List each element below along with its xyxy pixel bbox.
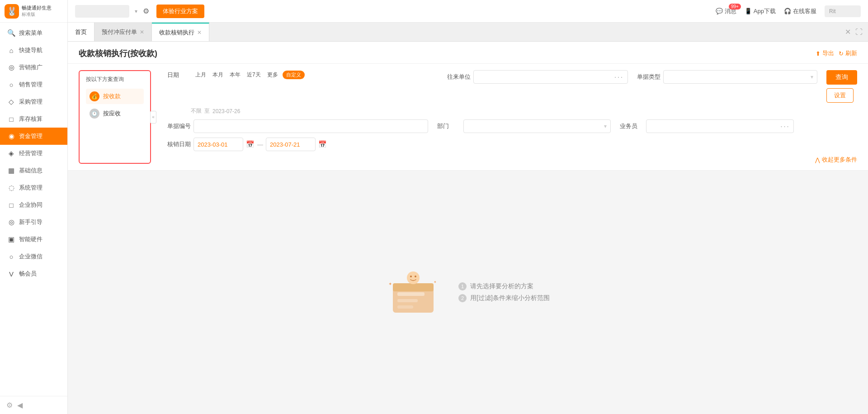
filter-option-by-receivable[interactable]: 🕐 按应收 [86,106,144,121]
sidebar-item-label: 新手引导 [19,218,42,226]
settings-button[interactable]: 设置 [826,88,854,103]
message-button[interactable]: 💬 消息 99+ [716,7,736,15]
sidebar-item-enterprise[interactable]: □ 企业协同 [0,196,67,214]
verify-date-to-cal-icon[interactable]: 📅 [318,140,327,148]
dept-select[interactable]: ▾ [463,119,611,133]
svg-rect-2 [397,292,425,296]
date-label: 日期 [167,71,191,79]
doctype-select[interactable]: ▾ [663,70,817,84]
search-icon: 🔍 [7,29,15,37]
logo-text-block: 畅捷通好生意 标准版 [22,5,52,17]
sidebar-item-search[interactable]: 🔍 搜索菜单 [0,24,67,42]
svg-rect-3 [397,299,418,302]
empty-tip-2: 2 用[过滤]条件来缩小分析范围 [458,294,550,302]
basics-icon: ▦ [7,167,15,175]
empty-tips: 1 请先选择要分析的方案 2 用[过滤]条件来缩小分析范围 [458,282,550,302]
sidebar-item-system[interactable]: ◌ 系统管理 [0,179,67,196]
by-receivable-icon: 🕐 [90,109,99,119]
collapse-more-icon: ⋀ [815,157,820,163]
tabbar-right: ✕ ⛶ [840,23,868,41]
purchase-icon: ◇ [7,98,15,106]
tab-prepay-offset[interactable]: 预付冲应付单 ✕ [94,23,152,41]
tab-home[interactable]: 首页 [68,23,94,41]
industry-solution-button[interactable]: 体验行业方案 [156,5,204,18]
date-btn-this-month[interactable]: 本月 [211,70,225,80]
filter-docno-row: 单据编号 [167,119,428,133]
sidebar-item-label: 销售管理 [19,81,42,89]
collapse-filter-left-button[interactable]: « [150,111,156,124]
tab-maximize-icon[interactable]: ⛶ [855,28,863,36]
docno-label: 单据编号 [167,122,191,130]
hardware-icon: ▣ [7,235,15,243]
brand-chevron-icon[interactable]: ▾ [135,8,137,14]
sidebar-item-finance[interactable]: ◉ 资金管理 [0,128,67,145]
logo-icon: 🐰 [5,4,19,19]
export-label: 导出 [822,49,834,57]
sidebar-item-hardware[interactable]: ▣ 智能硬件 [0,231,67,248]
tab-receipt-close-icon[interactable]: ✕ [197,29,202,36]
refresh-button[interactable]: ↻ 刷新 [839,49,857,57]
export-button[interactable]: ⬆ 导出 [816,49,834,57]
tab-close-all-icon[interactable]: ✕ [845,28,851,36]
collapse-more-button[interactable]: ⋀ 收起更多条件 [815,156,857,164]
date-btn-more[interactable]: 更多 [265,70,280,80]
tab-prepay-close-icon[interactable]: ✕ [140,29,144,35]
collapse-more-row: ⋀ 收起更多条件 [167,156,857,164]
operations-icon: ◈ [7,149,15,157]
sidebar-item-wechat[interactable]: ○ 企业微信 [0,248,67,265]
collapse-sidebar-icon[interactable]: ◀ [17,401,23,409]
online-service-button[interactable]: 🎧 在线客服 [784,7,816,15]
settings-icon[interactable]: ⚙ [6,401,13,409]
date-btn-custom[interactable]: 自定义 [283,71,305,79]
sidebar-item-quicknav[interactable]: ⌂ 快捷导航 [0,42,67,59]
date-btn-7days[interactable]: 近7天 [245,70,263,80]
main-area: ▾ ⚙ 体验行业方案 💬 消息 99+ 📱 App下载 🎧 在线客服 Rit [68,0,868,414]
sidebar-item-marketing[interactable]: ◎ 营销推广 [0,59,67,76]
sidebar-item-label: 系统管理 [19,184,42,192]
date-to-text: 至 [204,107,210,115]
filter-fields: 日期 上月 本月 本年 近7天 更多 自定义 往来单位 [158,70,857,164]
app-download-button[interactable]: 📱 App下载 [745,7,776,15]
user-profile[interactable]: Rit [825,5,861,17]
filter-option-by-receipt[interactable]: 💰 按收款 [86,89,144,104]
export-icon: ⬆ [816,50,821,57]
sidebar-item-purchase[interactable]: ◇ 采购管理 [0,93,67,110]
svg-rect-1 [393,283,434,291]
page-actions: ⬆ 导出 ↻ 刷新 [816,49,857,57]
svg-rect-4 [397,305,413,309]
docno-input[interactable] [193,119,428,133]
counterpart-more-icon[interactable]: ··· [614,72,624,82]
counterpart-select[interactable]: ··· [473,70,627,84]
empty-state: ✦ ✦ 1 请先选择要分析的方案 2 用[过滤]条件来缩小分析范围 [386,270,550,315]
query-button[interactable]: 查询 [826,70,857,85]
verify-date-from-cal-icon[interactable]: 📅 [246,140,255,148]
app-label: App下载 [754,7,776,15]
sidebar-item-basics[interactable]: ▦ 基础信息 [0,162,67,179]
staff-more-icon[interactable]: ··· [780,122,790,131]
sidebar-item-vip[interactable]: V 畅会员 [0,265,67,282]
filter-row3: 核销日期 📅 — 📅 [167,138,857,151]
sidebar-item-sales[interactable]: ○ 销售管理 [0,76,67,93]
finance-icon: ◉ [7,132,15,140]
verify-date-separator: — [257,141,263,148]
verify-date-from-input[interactable] [193,138,243,151]
sidebar-footer: ⚙ ◀ [0,396,67,414]
sidebar-item-label: 资金管理 [19,132,42,140]
tab-receipt-offset[interactable]: 收款核销执行 ✕ [152,23,209,41]
filter-panel: 按以下方案查询 💰 按收款 🕐 按应收 « 日期 [68,64,868,171]
sidebar-logo: 🐰 畅捷通好生意 标准版 [0,0,67,23]
tab-receipt-label: 收款核销执行 [159,29,194,37]
sidebar-item-inventory[interactable]: □ 库存核算 [0,110,67,128]
staff-select[interactable]: ··· [646,119,794,133]
filter-dept-row: 部门 ▾ [437,119,611,133]
sidebar-item-label: 畅会员 [19,270,37,278]
date-btn-this-year[interactable]: 本年 [228,70,242,80]
verify-date-to-input[interactable] [266,138,316,151]
date-btn-last-month[interactable]: 上月 [193,70,208,80]
sidebar-item-guide[interactable]: ◎ 新手引导 [0,214,67,231]
date-range-row: 不限 至 2023-07-26 [191,107,857,115]
sidebar-item-operations[interactable]: ◈ 经营管理 [0,145,67,162]
topbar-gear-icon[interactable]: ⚙ [143,7,149,15]
filter-row2: 单据编号 部门 ▾ 业务员 [167,119,857,133]
page-title: 收款核销执行(按收款) [79,48,157,59]
